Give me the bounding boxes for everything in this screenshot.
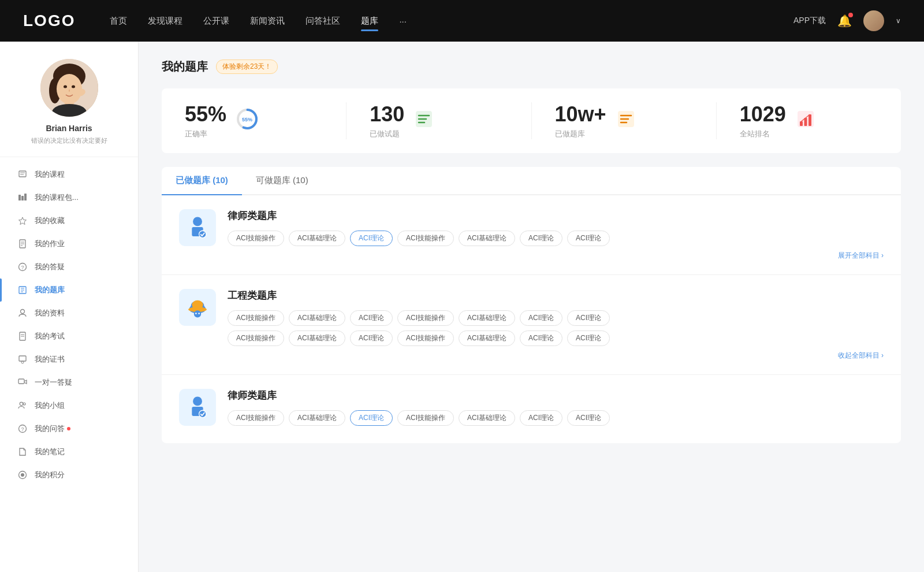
tag-l1-5[interactable]: ACI理论 [520, 231, 562, 246]
tag-l1-3[interactable]: ACI技能操作 [397, 231, 454, 246]
qbank-info-engineering: 工程类题库 ACI技能操作 ACI基础理论 ACI理论 ACI技能操作 ACI基… [228, 289, 884, 361]
stat-rank: 1029 全站排名 [717, 102, 901, 139]
nav-discover[interactable]: 发现课程 [148, 13, 182, 29]
tag-l2-6[interactable]: ACI理论 [567, 410, 610, 426]
certificate-label: 我的证书 [35, 354, 65, 365]
sidebar-item-notes[interactable]: 我的笔记 [0, 440, 138, 463]
tag-e2-4[interactable]: ACI基础理论 [459, 330, 515, 346]
myqa-icon: ? [17, 424, 28, 434]
qbank-info-lawyer-1: 律师类题库 ACI技能操作 ACI基础理论 ACI理论 ACI技能操作 ACI基… [228, 209, 884, 261]
user-avatar[interactable] [863, 10, 884, 31]
tag-e2-3[interactable]: ACI技能操作 [397, 330, 454, 346]
nav-qa[interactable]: 问答社区 [305, 13, 340, 29]
sidebar-item-qbank[interactable]: 我的题库 [0, 278, 138, 302]
tag-e-5[interactable]: ACI理论 [520, 310, 562, 326]
qbank-item-lawyer-1: 律师类题库 ACI技能操作 ACI基础理论 ACI理论 ACI技能操作 ACI基… [162, 195, 901, 275]
lawyer-svg-2 [185, 395, 210, 420]
tag-e-2[interactable]: ACI理论 [350, 310, 393, 326]
svg-rect-12 [18, 195, 21, 200]
tag-e-1[interactable]: ACI基础理论 [289, 310, 345, 326]
expand-btn-lawyer-1[interactable]: 展开全部科目 › [228, 251, 884, 261]
tag-e-0[interactable]: ACI技能操作 [228, 310, 284, 326]
logo[interactable]: LOGO [23, 12, 75, 30]
tag-l1-2[interactable]: ACI理论 [350, 231, 393, 246]
stat-rank-label: 全站排名 [740, 129, 786, 139]
points-icon [17, 470, 28, 480]
exam-icon [17, 331, 28, 341]
qbank-icon-engineering [179, 289, 216, 326]
tag-l2-1[interactable]: ACI基础理论 [289, 410, 345, 426]
svg-text:55%: 55% [242, 117, 252, 122]
sidebar: Brian Harris 错误的决定比没有决定要好 我的课程 我的课程包... [0, 42, 139, 572]
done-banks-icon [616, 109, 636, 133]
rank-icon [795, 109, 816, 133]
stat-done-questions: 130 已做试题 [346, 102, 531, 139]
tag-e2-2[interactable]: ACI理论 [350, 330, 393, 346]
sidebar-item-package[interactable]: 我的课程包... [0, 186, 138, 209]
sidebar-item-profile[interactable]: 我的资料 [0, 302, 138, 325]
svg-point-6 [64, 86, 67, 88]
stat-banks-value: 10w+ [555, 102, 606, 127]
stat-done-value: 130 [370, 102, 404, 127]
sidebar-item-favorites[interactable]: 我的收藏 [0, 209, 138, 232]
tag-e2-0[interactable]: ACI技能操作 [228, 330, 284, 346]
sidebar-item-course[interactable]: 我的课程 [0, 163, 138, 186]
collapse-btn-engineering[interactable]: 收起全部科目 › [228, 351, 884, 361]
svg-rect-30 [19, 356, 26, 361]
tag-e2-1[interactable]: ACI基础理论 [289, 330, 345, 346]
points-label: 我的积分 [35, 470, 65, 480]
svg-point-60 [192, 300, 203, 310]
tag-e2-5[interactable]: ACI理论 [520, 330, 562, 346]
tutor-label: 一对一答疑 [35, 377, 72, 388]
stat-accuracy-content: 55% 正确率 [185, 102, 226, 139]
nav-qbank[interactable]: 题库 [361, 13, 378, 29]
tag-l1-4[interactable]: ACI基础理论 [459, 231, 515, 246]
tag-l2-0[interactable]: ACI技能操作 [228, 410, 284, 426]
navbar-right: APP下载 🔔 ∨ [793, 10, 901, 31]
profile-label: 我的资料 [35, 308, 65, 318]
svg-point-64 [193, 397, 202, 406]
group-icon [17, 400, 28, 411]
stat-accuracy-label: 正确率 [185, 129, 226, 139]
sidebar-item-group[interactable]: 我的小组 [0, 394, 138, 417]
tag-l1-1[interactable]: ACI基础理论 [289, 231, 345, 246]
tag-e2-6[interactable]: ACI理论 [567, 330, 610, 346]
qbank-item-engineering: 工程类题库 ACI技能操作 ACI基础理论 ACI理论 ACI技能操作 ACI基… [162, 275, 901, 375]
app-download-button[interactable]: APP下载 [793, 16, 826, 26]
sidebar-item-certificate[interactable]: 我的证书 [0, 348, 138, 371]
svg-rect-32 [18, 379, 24, 384]
sidebar-item-points[interactable]: 我的积分 [0, 463, 138, 486]
tag-l2-3[interactable]: ACI技能操作 [397, 410, 454, 426]
tag-e-4[interactable]: ACI基础理论 [459, 310, 515, 326]
svg-point-34 [23, 403, 25, 405]
tag-e-3[interactable]: ACI技能操作 [397, 310, 454, 326]
course-icon [17, 169, 28, 180]
tab-done[interactable]: 已做题库 (10) [162, 167, 242, 194]
sidebar-item-exam[interactable]: 我的考试 [0, 325, 138, 348]
tag-l2-4[interactable]: ACI基础理论 [459, 410, 515, 426]
sidebar-item-homework[interactable]: 我的作业 [0, 232, 138, 255]
qbank-section: 已做题库 (10) 可做题库 (10) [162, 167, 901, 443]
certificate-icon [17, 354, 28, 365]
notification-bell[interactable]: 🔔 [837, 14, 852, 28]
avatar-dropdown-arrow[interactable]: ∨ [896, 17, 901, 25]
sidebar-item-myqa[interactable]: ? 我的问答 [0, 417, 138, 440]
nav-home[interactable]: 首页 [110, 13, 127, 29]
nav-news[interactable]: 新闻资讯 [250, 13, 285, 29]
svg-marker-15 [19, 217, 27, 225]
tag-e-6[interactable]: ACI理论 [567, 310, 610, 326]
qbank-name-lawyer-1: 律师类题库 [228, 209, 884, 222]
tag-l2-2[interactable]: ACI理论 [350, 410, 393, 426]
sidebar-item-questions[interactable]: ? 我的答疑 [0, 255, 138, 278]
nav-opencourse[interactable]: 公开课 [203, 13, 229, 29]
sidebar-item-tutor[interactable]: 一对一答疑 [0, 371, 138, 394]
tab-available[interactable]: 可做题库 (10) [242, 167, 322, 194]
tag-l2-5[interactable]: ACI理论 [520, 410, 562, 426]
favorites-icon [17, 216, 28, 226]
tag-l1-6[interactable]: ACI理论 [567, 231, 610, 246]
svg-point-66 [199, 410, 206, 417]
package-icon [17, 192, 28, 203]
nav-more[interactable]: ··· [399, 14, 407, 28]
tag-l1-0[interactable]: ACI技能操作 [228, 231, 284, 246]
stat-rank-value: 1029 [740, 102, 786, 127]
